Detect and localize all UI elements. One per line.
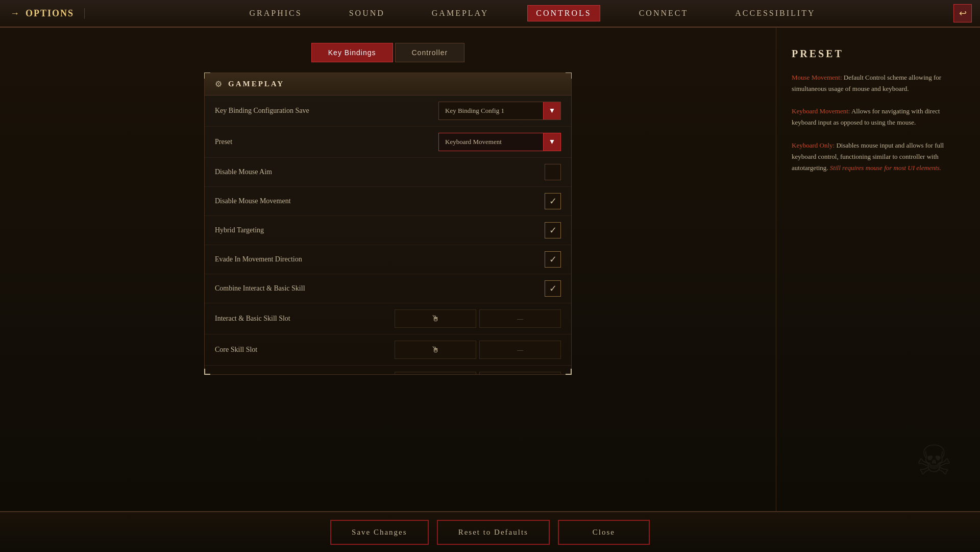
key-binding-config-value: Key Binding Config 1 [439,107,543,115]
setting-row-disable-mouse-aim: Disable Mouse Aim [205,158,571,187]
evade-movement-control: ✓ [545,251,561,268]
nav-back-icon: ↩ [959,8,967,19]
interact-basic-skill-secondary[interactable]: — [479,309,561,328]
setting-row-combine-interact: Combine Interact & Basic Skill ✓ [205,274,571,303]
setting-row-core-skill: Core Skill Slot 🖱 — [205,334,571,366]
disable-mouse-aim-control [545,164,561,180]
preset-link-keyboard-only[interactable]: Keyboard Only: [792,141,836,149]
hybrid-targeting-checkbox[interactable]: ✓ [545,222,561,238]
evade-movement-checkmark: ✓ [549,255,557,264]
main-area: Key Bindings Controller ⚙ GAMEPLAY Key B… [0,28,980,511]
preset-panel-description: Mouse Movement: Default Control scheme a… [792,72,965,174]
section-header: ⚙ GAMEPLAY [205,73,571,95]
setting-row-preset: Preset Keyboard Movement ▼ [205,127,571,158]
setting-row-evade-movement: Evade In Movement Direction ✓ [205,245,571,274]
preset-control: Keyboard Movement ▼ [438,133,561,151]
core-skill-primary-icon: 🖱 [431,345,439,354]
nav-tab-gameplay[interactable]: GAMEPLAY [424,6,497,21]
combine-interact-control: ✓ [545,280,561,297]
skill-slot-1-primary[interactable]: 1 [395,372,476,374]
setting-row-skill-slot-1: Skill Slot 1 1 — [205,366,571,374]
skill-slot-1-binding-pair: 1 — [395,372,561,374]
interact-basic-skill-primary-icon: 🖱 [431,314,439,323]
combine-interact-checkmark: ✓ [549,284,557,293]
right-panel: PRESET Mouse Movement: Default Control s… [776,28,980,511]
key-binding-config-dropdown[interactable]: Key Binding Config 1 ▼ [438,102,561,120]
left-panel: Key Bindings Controller ⚙ GAMEPLAY Key B… [0,28,776,511]
nav-tab-graphics[interactable]: GRAPHICS [241,6,310,21]
settings-panel: ⚙ GAMEPLAY Key Binding Configuration Sav… [204,73,572,375]
setting-row-hybrid-targeting: Hybrid Targeting ✓ [205,216,571,245]
preset-panel-title: PRESET [792,48,965,60]
skill-slot-1-control: 1 — [395,372,561,374]
tab-keybindings[interactable]: Key Bindings [311,43,393,62]
interact-basic-skill-binding-pair: 🖱 — [395,309,561,328]
setting-row-disable-mouse-movement: Disable Mouse Movement ✓ [205,187,571,216]
tab-controller[interactable]: Controller [395,43,465,62]
nav-tabs: GRAPHICS SOUND GAMEPLAY CONTROLS CONNECT… [85,5,980,21]
core-skill-secondary-empty: — [517,346,523,354]
preset-value: Keyboard Movement [439,138,543,146]
preset-desc-mouse-required: Still requires mouse for most UI element… [830,164,941,172]
nav-logo-arrow: → [10,8,20,19]
disable-mouse-movement-checkmark: ✓ [549,197,557,206]
bottom-bar: Save Changes Reset to Defaults Close [0,511,980,552]
key-binding-config-arrow: ▼ [543,102,560,119]
watermark-icon: ☠ [903,429,965,491]
core-skill-primary[interactable]: 🖱 [395,341,476,359]
key-binding-config-label: Key Binding Configuration Save [215,107,438,115]
disable-mouse-movement-label: Disable Mouse Movement [215,197,545,205]
settings-scroll-area[interactable]: ⚙ GAMEPLAY Key Binding Configuration Sav… [205,73,571,374]
interact-basic-skill-label: Interact & Basic Skill Slot [215,315,395,323]
combine-interact-checkbox[interactable]: ✓ [545,280,561,297]
core-skill-binding-pair: 🖱 — [395,341,561,359]
top-nav: → OPTIONS GRAPHICS SOUND GAMEPLAY CONTRO… [0,0,980,28]
content-tabs: Key Bindings Controller [311,43,464,62]
interact-basic-skill-primary[interactable]: 🖱 [395,309,476,328]
preset-dropdown[interactable]: Keyboard Movement ▼ [438,133,561,151]
preset-link-keyboard-movement[interactable]: Keyboard Movement: [792,107,851,115]
section-header-title: GAMEPLAY [228,80,284,88]
preset-dropdown-arrow: ▼ [543,133,560,151]
nav-logo: → OPTIONS [0,8,85,19]
disable-mouse-movement-checkbox[interactable]: ✓ [545,193,561,209]
reset-defaults-button[interactable]: Reset to Defaults [437,520,550,545]
disable-mouse-aim-checkbox[interactable] [545,164,561,180]
evade-movement-label: Evade In Movement Direction [215,255,545,263]
hybrid-targeting-control: ✓ [545,222,561,238]
key-binding-config-control: Key Binding Config 1 ▼ [438,102,561,120]
skill-slot-1-secondary[interactable]: — [479,372,561,374]
save-changes-button[interactable]: Save Changes [330,520,429,545]
nav-logo-text: OPTIONS [26,8,74,19]
setting-row-key-binding-config: Key Binding Configuration Save Key Bindi… [205,95,571,127]
nav-back-button[interactable]: ↩ [953,4,972,22]
hybrid-targeting-label: Hybrid Targeting [215,226,545,234]
hybrid-targeting-checkmark: ✓ [549,226,557,235]
preset-link-mouse-movement[interactable]: Mouse Movement: [792,74,844,81]
nav-tab-sound[interactable]: SOUND [341,6,393,21]
core-skill-secondary[interactable]: — [479,341,561,359]
setting-row-interact-basic-skill: Interact & Basic Skill Slot 🖱 — [205,303,571,334]
evade-movement-checkbox[interactable]: ✓ [545,251,561,268]
section-header-icon: ⚙ [215,79,222,89]
nav-tab-connect[interactable]: CONNECT [631,6,697,21]
nav-tab-accessibility[interactable]: ACCESSIBILITY [727,6,823,21]
interact-basic-skill-control: 🖱 — [395,309,561,328]
core-skill-control: 🖱 — [395,341,561,359]
disable-mouse-movement-control: ✓ [545,193,561,209]
disable-mouse-aim-label: Disable Mouse Aim [215,168,545,176]
combine-interact-label: Combine Interact & Basic Skill [215,284,545,293]
interact-basic-skill-secondary-empty: — [517,315,523,323]
nav-tab-controls[interactable]: CONTROLS [527,5,600,21]
close-button[interactable]: Close [558,520,650,545]
preset-label: Preset [215,138,438,146]
core-skill-label: Core Skill Slot [215,346,395,354]
